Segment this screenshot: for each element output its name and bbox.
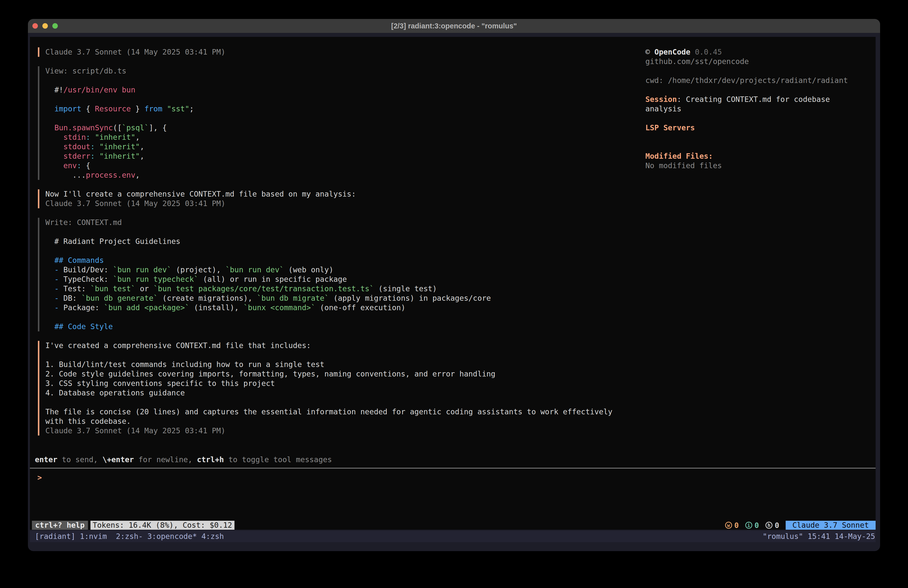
text-line: - Build/Dev: `bun run dev` (project), `b…	[45, 265, 638, 275]
text-line: ...process.env,	[45, 171, 638, 180]
text-line: - Test: `bun test` or `bun test packages…	[45, 284, 638, 293]
text-line: The file is concise (20 lines) and captu…	[45, 407, 638, 417]
text-line: 4. Database operations guidance	[45, 388, 638, 398]
tool-call-block: Write: CONTEXT.md # Radiant Project Guid…	[38, 218, 638, 331]
text-line: with this codebase.	[45, 417, 638, 426]
text-line: - Package: `bun add <package>` (install)…	[45, 303, 638, 313]
info-icon: i	[745, 522, 752, 529]
text-line: # Radiant Project Guidelines	[45, 237, 638, 246]
text-line	[646, 66, 880, 76]
text-line: Modified Files:	[646, 151, 880, 161]
window-title: [2/3] radiant:3:opencode - "romulus"	[391, 22, 517, 30]
text-line	[646, 142, 880, 151]
sidebar: © OpenCode 0.0.45github.com/sst/opencode…	[646, 47, 880, 171]
text-line: - TypeCheck: `bun run typecheck` (all) o…	[45, 275, 638, 284]
text-line: import { Resource } from "sst";	[45, 104, 638, 114]
text-line: Session: Creating CONTEXT.md for codebas…	[646, 95, 880, 104]
text-line: View: script/db.ts	[45, 66, 638, 76]
titlebar: [2/3] radiant:3:opencode - "romulus"	[28, 19, 880, 33]
input-divider	[30, 468, 876, 469]
minimize-button[interactable]	[42, 23, 48, 29]
text-line: - DB: `bun db generate` (create migratio…	[45, 293, 638, 303]
warnings-icon: w	[725, 522, 732, 529]
warnings-count: 0	[734, 521, 739, 530]
text-line: 1. Build/lint/test commands including ho…	[45, 360, 638, 369]
tool-call-block: View: script/db.ts #!/usr/bin/env bun im…	[38, 66, 638, 180]
text-line: Write: CONTEXT.md	[45, 218, 638, 227]
text-line: Bun.spawnSync([`psql`], {	[45, 123, 638, 132]
info-indicator: i0	[745, 521, 759, 530]
text-line: 3. CSS styling conventions specific to t…	[45, 379, 638, 388]
terminal-window: [2/3] radiant:3:opencode - "romulus" Cla…	[28, 19, 880, 551]
keybinding-help: enter to send, \+enter for newline, ctrl…	[35, 455, 332, 464]
warnings-indicator: w0	[725, 521, 739, 530]
tmux-status-bar: [radiant] 1:nvim 2:zsh- 3:opencode* 4:zs…	[30, 531, 876, 542]
hints-count: 0	[775, 521, 779, 530]
text-line: github.com/sst/opencode	[646, 57, 880, 66]
diagnostics: w0i0h0	[721, 521, 779, 530]
text-line: Claude 3.7 Sonnet (14 May 2025 03:41 PM)	[45, 426, 638, 435]
text-line: ## Commands	[45, 256, 638, 265]
zoom-button[interactable]	[52, 23, 58, 29]
text-line: stdout: "inherit",	[45, 142, 638, 151]
chat-area: Claude 3.7 Sonnet (14 May 2025 03:41 PM)…	[35, 47, 638, 435]
text-line: analysis	[646, 104, 880, 114]
text-line	[45, 350, 638, 360]
text-line: © OpenCode 0.0.45	[646, 47, 880, 57]
text-line	[646, 114, 880, 123]
assistant-message-block: I've created a comprehensive CONTEXT.md …	[38, 341, 638, 435]
text-line: ## Code Style	[45, 322, 638, 331]
assistant-message-block: Now I'll create a comprehensive CONTEXT.…	[38, 189, 638, 208]
assistant-message-block: Claude 3.7 Sonnet (14 May 2025 03:41 PM)	[38, 47, 638, 57]
text-line: No modified files	[646, 161, 880, 171]
text-line: 2. Code style guidelines covering import…	[45, 369, 638, 379]
text-line: cwd: /home/thdxr/dev/projects/radiant/ra…	[646, 76, 880, 85]
close-button[interactable]	[32, 23, 38, 29]
hints-icon: h	[765, 522, 773, 529]
text-line: stdin: "inherit",	[45, 132, 638, 142]
tmux-host-clock: "romulus" 15:41 14-May-25	[763, 531, 875, 542]
help-badge: ctrl+? help	[32, 521, 88, 530]
info-count: 0	[755, 521, 759, 530]
opencode-tui: Claude 3.7 Sonnet (14 May 2025 03:41 PM)…	[30, 37, 876, 530]
status-bar: ctrl+? help Tokens: 16.4K (8%), Cost: $0…	[30, 521, 876, 530]
text-line	[45, 114, 638, 123]
prompt-input[interactable]: >	[35, 473, 42, 482]
text-line	[45, 227, 638, 237]
model-badge: Claude 3.7 Sonnet	[786, 521, 876, 530]
text-line	[45, 246, 638, 256]
text-line: Claude 3.7 Sonnet (14 May 2025 03:41 PM)	[45, 47, 638, 57]
text-line	[45, 76, 638, 85]
traffic-lights	[32, 19, 58, 33]
text-line	[646, 85, 880, 95]
text-line: #!/usr/bin/env bun	[45, 85, 638, 95]
text-line	[45, 313, 638, 322]
tokens-badge: Tokens: 16.4K (8%), Cost: $0.12	[90, 521, 235, 530]
hints-indicator: h0	[765, 521, 779, 530]
text-line	[45, 95, 638, 104]
tmux-windows-list: [radiant] 1:nvim 2:zsh- 3:opencode* 4:zs…	[35, 531, 224, 542]
text-line	[45, 398, 638, 407]
text-line: env: {	[45, 161, 638, 171]
text-line: LSP Servers	[646, 123, 880, 132]
text-line: I've created a comprehensive CONTEXT.md …	[45, 341, 638, 350]
text-line: Now I'll create a comprehensive CONTEXT.…	[45, 189, 638, 199]
text-line: Claude 3.7 Sonnet (14 May 2025 03:41 PM)	[45, 199, 638, 208]
text-line: stderr: "inherit",	[45, 151, 638, 161]
text-line	[646, 132, 880, 142]
